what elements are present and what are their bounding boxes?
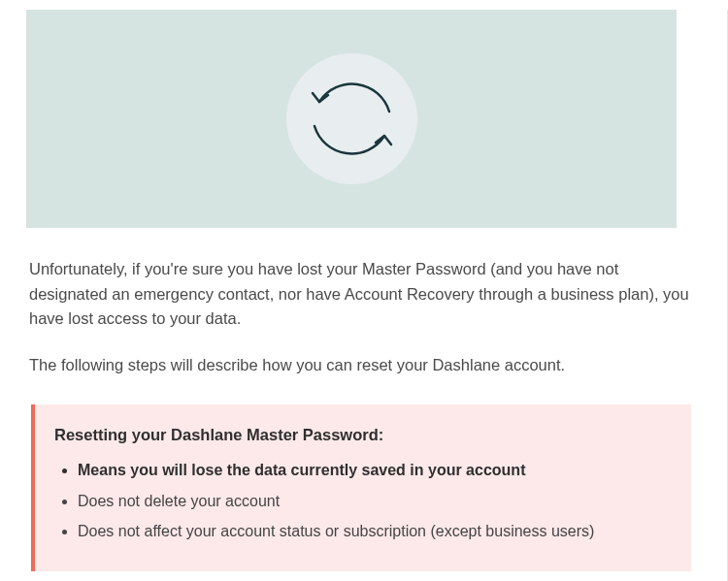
callout-list: Means you will lose the data currently s…	[54, 458, 668, 544]
callout-item: Means you will lose the data currently s…	[78, 458, 668, 483]
hero-icon-circle	[286, 53, 417, 184]
hero-banner	[26, 10, 677, 228]
callout-item: Does not delete your account	[78, 489, 668, 514]
article-page: Unfortunately, if you're sure you have l…	[0, 10, 728, 581]
callout-reset-info: Resetting your Dashlane Master Password:…	[31, 404, 691, 571]
paragraph-warning: Unfortunately, if you're sure you have l…	[29, 257, 693, 332]
paragraph-intro: The following steps will describe how yo…	[29, 353, 693, 378]
callout-title: Resetting your Dashlane Master Password:	[54, 426, 668, 444]
refresh-cycle-icon	[286, 53, 417, 184]
article-body: Unfortunately, if you're sure you have l…	[0, 228, 727, 571]
callout-item: Does not affect your account status or s…	[78, 519, 668, 544]
